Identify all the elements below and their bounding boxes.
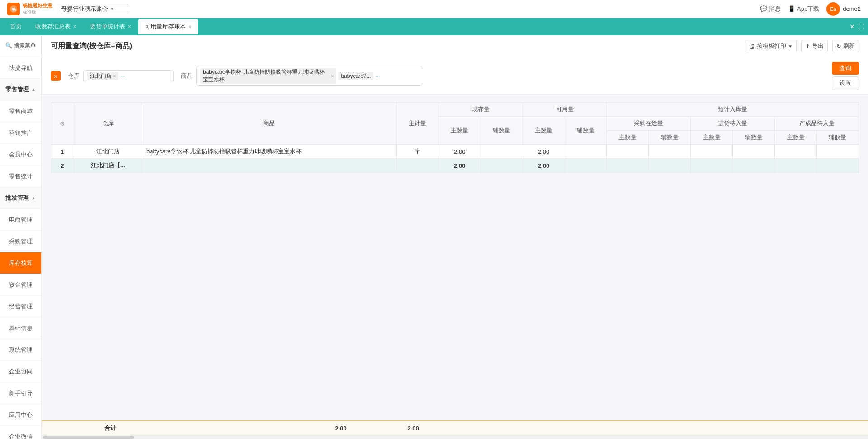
username-label[interactable]: demo2 (843, 5, 861, 12)
nav-tabs: 首页 收发存汇总表 × 要货单统计表 × 可用量库存账本 × × ⛶ (0, 18, 868, 35)
warehouse-tag-1: 江北门店 × (87, 72, 118, 80)
row-finished-main (775, 145, 817, 159)
page-header-actions: 🖨 按模板打印 ▼ ⬆ 导出 ↻ 刷新 (745, 40, 859, 52)
product-tag-1: babycare学饮杯 儿童防摔防撞吸管杯重力球吸嘴杯宝宝水杯 × (200, 68, 336, 84)
group-avail-main: 2.00 (523, 159, 565, 173)
sidebar-item-ecommerce[interactable]: 电商管理 (0, 209, 41, 231)
scroll-thumb[interactable] (43, 436, 134, 439)
group-num: 2 (51, 159, 74, 173)
warehouse-more[interactable]: ··· (120, 73, 125, 79)
sidebar-item-operations[interactable]: 经营管理 (0, 296, 41, 317)
top-bar: 畅 畅捷通好生意 标准版 母婴行业演示账套 ▼ 💬 消息 📱 App下载 Ea … (0, 0, 868, 18)
sidebar-item-app-center[interactable]: 应用中心 (0, 404, 41, 426)
close-tab-available-stock[interactable]: × (189, 24, 192, 30)
product-filter-label: 商品 (181, 72, 193, 80)
group-unit (396, 159, 439, 173)
close-tab-receive[interactable]: × (73, 24, 76, 30)
export-button[interactable]: ⬆ 导出 (801, 40, 828, 52)
group-product (142, 159, 397, 173)
group-purchase-aux (649, 159, 691, 173)
avatar: Ea (826, 2, 840, 16)
th-warehouse: 仓库 (74, 103, 142, 145)
row-purchase-aux (649, 145, 691, 159)
search-menu-button[interactable]: 🔍 搜索菜单 (0, 35, 41, 57)
message-button[interactable]: 💬 消息 (760, 5, 781, 13)
close-all-tabs[interactable]: × ⛶ (849, 22, 864, 32)
page-title: 可用量查询(按仓库+商品) (51, 42, 132, 51)
close-tab-order-stat[interactable]: × (128, 24, 131, 30)
row-warehouse: 江北门店 (74, 145, 142, 159)
company-select[interactable]: 母婴行业演示账套 ▼ (57, 4, 129, 14)
th-stock-aux: 辅数量 (481, 117, 523, 145)
sidebar-item-purchase[interactable]: 采购管理 (0, 231, 41, 252)
print-icon: 🖨 (749, 43, 755, 50)
tab-receive[interactable]: 收发存汇总表 × (29, 19, 83, 34)
sidebar-item-retail-mall[interactable]: 零售商城 (0, 100, 41, 122)
filter-buttons: 查询 设置 (832, 62, 859, 90)
sidebar-item-finance[interactable]: 资金管理 (0, 274, 41, 296)
row-product: babycare学饮杯 儿童防摔防撞吸管杯重力球吸嘴杯宝宝水杯 (142, 145, 397, 159)
remove-product-tag-1[interactable]: × (331, 73, 334, 79)
th-settings[interactable]: ⚙ (51, 103, 74, 145)
sidebar-item-marketing[interactable]: 营销推广 (0, 122, 41, 144)
filter-expand-button[interactable]: » (51, 71, 61, 81)
warehouse-filter-group: 仓库 江北门店 × ··· (68, 70, 174, 82)
remove-warehouse-tag[interactable]: × (113, 73, 116, 79)
product-more[interactable]: ··· (375, 73, 380, 79)
main-content: 可用量查询(按仓库+商品) 🖨 按模板打印 ▼ ⬆ 导出 ↻ 刷新 » (42, 35, 868, 439)
th-purchase-aux: 辅数量 (649, 131, 691, 145)
svg-text:畅: 畅 (12, 7, 16, 12)
row-stock-aux (481, 145, 523, 159)
sidebar-item-enterprise[interactable]: 企业协同 (0, 361, 41, 382)
row-avail-aux (565, 145, 607, 159)
group-arrival-aux (733, 159, 775, 173)
sidebar-item-basic-info[interactable]: 基础信息 (0, 317, 41, 339)
top-bar-right: 💬 消息 📱 App下载 Ea demo2 (760, 2, 861, 16)
group-stock-aux (481, 159, 523, 173)
th-purchase-main: 主数量 (607, 131, 649, 145)
sidebar: 🔍 搜索菜单 快捷导航 零售管理 ▲ 零售商城 营销推广 会员中心 零售统计 批… (0, 35, 42, 439)
table-container: ⚙ 仓库 商品 主计量 现存量 可用量 预计入库量 主数量 辅数量 主数量 辅数… (42, 95, 868, 420)
sidebar-item-wholesale[interactable]: 批发管理 ▲ (0, 187, 41, 209)
user-area[interactable]: Ea demo2 (826, 2, 861, 16)
th-product: 商品 (142, 103, 397, 145)
th-avail-main: 主数量 (523, 117, 565, 145)
export-icon: ⬆ (805, 43, 810, 50)
tab-available-stock[interactable]: 可用量库存账本 × (138, 19, 198, 34)
row-purchase-main (607, 145, 649, 159)
app-download-button[interactable]: 📱 App下载 (788, 5, 819, 13)
print-button[interactable]: 🖨 按模板打印 ▼ (745, 40, 797, 52)
row-arrival-main (691, 145, 733, 159)
refresh-icon: ↻ (836, 43, 841, 50)
query-button[interactable]: 查询 (832, 62, 859, 75)
th-arrival-incoming: 进货待入量 (691, 117, 775, 131)
arrow-down-icon: ▼ (788, 44, 793, 49)
chevron-icon: ▲ (31, 87, 36, 92)
main-layout: 🔍 搜索菜单 快捷导航 零售管理 ▲ 零售商城 营销推广 会员中心 零售统计 批… (0, 35, 868, 439)
tab-order-stat[interactable]: 要货单统计表 × (84, 19, 137, 34)
sidebar-item-wecom[interactable]: 企业微信 (0, 426, 41, 439)
sidebar-item-system[interactable]: 系统管理 (0, 339, 41, 361)
settings-icon[interactable]: ⚙ (60, 120, 65, 127)
sidebar-item-retail-mgmt[interactable]: 零售管理 ▲ (0, 79, 41, 100)
tab-home[interactable]: 首页 (4, 19, 28, 34)
chevron-icon-wholesale: ▲ (31, 195, 36, 200)
row-arrival-aux (733, 145, 775, 159)
sidebar-item-member[interactable]: 会员中心 (0, 144, 41, 165)
sidebar-item-stock[interactable]: 库存核算 (0, 252, 41, 274)
sidebar-item-new-guide[interactable]: 新手引导 (0, 382, 41, 404)
product-filter-tags[interactable]: babycare学饮杯 儿童防摔防撞吸管杯重力球吸嘴杯宝宝水杯 × babyca… (196, 66, 422, 86)
warehouse-filter-label: 仓库 (68, 72, 80, 80)
chevron-down-icon: ▼ (110, 6, 114, 11)
warehouse-filter-tags[interactable]: 江北门店 × ··· (83, 70, 174, 82)
refresh-button[interactable]: ↻ 刷新 (832, 40, 859, 52)
footer-label: 合计 (83, 424, 137, 432)
th-finished-incoming: 产成品待入量 (775, 117, 859, 131)
row-finished-aux (816, 145, 859, 159)
sidebar-item-retail-stat[interactable]: 零售统计 (0, 165, 41, 187)
product-tag-2: babycare?... (338, 72, 373, 80)
th-unit: 主计量 (396, 103, 439, 145)
filter-area: » 仓库 江北门店 × ··· 商品 babycare学饮杯 儿童防摔防撞吸管杯… (42, 57, 868, 95)
settings-button[interactable]: 设置 (832, 76, 859, 90)
horizontal-scrollbar[interactable] (42, 435, 868, 439)
